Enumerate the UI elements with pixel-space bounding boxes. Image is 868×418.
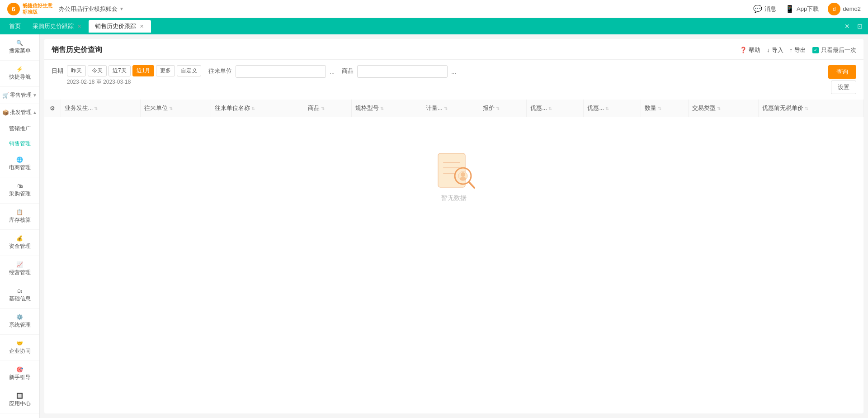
- app-download-action[interactable]: 📱 App下载: [785, 5, 819, 13]
- sidebar-item-search[interactable]: 🔍 搜索菜单: [0, 34, 39, 61]
- settings-button[interactable]: 设置: [831, 81, 856, 94]
- table-header-row: ⚙ 业务发生... ⇅ 往来单位: [44, 100, 863, 117]
- col-goods[interactable]: 商品 ⇅: [304, 100, 352, 117]
- sidebar-item-shortcuts[interactable]: ⚡ 快捷导航: [0, 61, 39, 87]
- col-discount2[interactable]: 优惠... ⇅: [584, 100, 641, 117]
- chevron-up-icon: ▲: [33, 110, 37, 115]
- date-btn-last1m[interactable]: 近1月: [132, 65, 155, 76]
- empty-illustration: [429, 144, 479, 194]
- guide-icon: 🎯: [16, 366, 23, 373]
- sidebar-item-basic-info[interactable]: 🗂 基础信息: [0, 282, 39, 309]
- col-gear[interactable]: ⚙: [44, 100, 61, 117]
- logo-area: 6 畅捷信好生意 标准版: [7, 3, 52, 15]
- sidebar-item-wechat[interactable]: 💬 企业微信: [0, 413, 39, 418]
- sidebar-item-inventory[interactable]: 📋 库存核算: [0, 204, 39, 230]
- app-selector[interactable]: 办公用品行业模拟账套 ▼: [56, 4, 127, 14]
- sort-icon: ⇅: [444, 106, 448, 111]
- message-action[interactable]: 💬 消息: [753, 5, 776, 13]
- col-unit[interactable]: 计量... ⇅: [422, 100, 479, 117]
- partner-input-group: ...: [236, 65, 335, 78]
- svg-line-6: [469, 182, 474, 188]
- tab-home[interactable]: 首页: [4, 20, 26, 33]
- help-icon: ❓: [740, 47, 747, 53]
- date-filter-content: 昨天 今天 近7天 近1月 更多 自定义 2023-02-18 至 2023-0…: [67, 65, 201, 86]
- retail-icon: 🛒: [2, 92, 9, 99]
- export-button[interactable]: ↑ 导出: [790, 46, 807, 54]
- purchase-icon: 🛍: [17, 183, 23, 189]
- data-table: ⚙ 业务发生... ⇅ 往来单位: [44, 100, 863, 117]
- col-partner-name[interactable]: 往来单位名称 ⇅: [211, 100, 304, 117]
- sidebar-item-ecommerce[interactable]: 🌐 电商管理: [0, 151, 39, 177]
- close-window-icon[interactable]: ✕: [843, 22, 852, 31]
- chevron-down-icon: ▼: [33, 93, 37, 98]
- sidebar-item-finance[interactable]: 💰 资金管理: [0, 230, 39, 256]
- tab-purchase-history[interactable]: 采购历史价跟踪 ✕: [26, 20, 89, 33]
- tab-close-sales[interactable]: ✕: [139, 23, 145, 30]
- header-right: 💬 消息 📱 App下载 d demo2: [753, 3, 861, 15]
- checkbox-checked-icon: ✓: [812, 47, 819, 53]
- sidebar-item-app-center[interactable]: 🔲 应用中心: [0, 387, 39, 413]
- col-spec[interactable]: 规格型号 ⇅: [352, 100, 422, 117]
- svg-point-7: [461, 172, 465, 177]
- tab-sales-history[interactable]: 销售历史价跟踪 ✕: [89, 20, 151, 33]
- message-label: 消息: [764, 5, 776, 13]
- sidebar-item-purchase[interactable]: 🛍 采购管理: [0, 177, 39, 204]
- header-left: 6 畅捷信好生意 标准版 办公用品行业模拟账套 ▼: [7, 3, 127, 15]
- user-area[interactable]: d demo2: [828, 3, 861, 15]
- col-quote[interactable]: 报价 ⇅: [479, 100, 527, 117]
- empty-state: 暂无数据: [44, 117, 863, 229]
- date-btn-custom[interactable]: 自定义: [177, 65, 201, 76]
- date-range-text: 2023-02-18 至 2023-03-18: [67, 78, 201, 86]
- sidebar-item-system[interactable]: ⚙️ 系统管理: [0, 309, 39, 335]
- sidebar-item-marketing[interactable]: 营销推广: [0, 121, 39, 136]
- partner-label: 往来单位: [208, 65, 232, 75]
- col-trade-type[interactable]: 交易类型 ⇅: [688, 100, 759, 117]
- page-card: 销售历史价查询 ❓ 帮助 ↓ 导入 ↑ 导出 ✓: [44, 39, 863, 413]
- date-btn-last7[interactable]: 近7天: [108, 65, 131, 76]
- shortcuts-icon: ⚡: [16, 66, 23, 72]
- basic-info-icon: 🗂: [17, 288, 23, 294]
- sidebar-item-sales-mgmt[interactable]: 销售管理: [0, 136, 39, 151]
- only-last-checkbox-area[interactable]: ✓ 只看最后一次: [812, 46, 856, 54]
- sidebar-item-enterprise[interactable]: 🤝 企业协同: [0, 335, 39, 361]
- logo-icon: 6: [7, 3, 20, 15]
- operations-icon: 📈: [16, 261, 23, 268]
- partner-filter-group: 往来单位 ...: [208, 65, 335, 78]
- date-filter-group: 日期 昨天 今天 近7天 近1月 更多 自定义 2023-02-18 至 202…: [52, 65, 201, 86]
- partner-input[interactable]: [236, 65, 326, 78]
- date-buttons: 昨天 今天 近7天 近1月 更多 自定义: [67, 65, 201, 76]
- phone-icon: 📱: [785, 5, 794, 13]
- sort-icon: ⇅: [548, 106, 552, 111]
- message-icon: 💬: [753, 5, 762, 13]
- sidebar-item-guide[interactable]: 🎯 新手引导: [0, 361, 39, 387]
- col-partner-code[interactable]: 往来单位 ⇅: [141, 100, 211, 117]
- col-quantity[interactable]: 数量 ⇅: [641, 100, 688, 117]
- goods-dots[interactable]: ...: [451, 68, 456, 75]
- col-discount1[interactable]: 优惠... ⇅: [527, 100, 584, 117]
- import-button[interactable]: ↓ 导入: [767, 46, 783, 54]
- chevron-down-icon: ▼: [119, 6, 124, 11]
- help-button[interactable]: ❓ 帮助: [740, 46, 760, 54]
- sort-icon: ⇅: [251, 106, 255, 111]
- tab-close-purchase[interactable]: ✕: [76, 23, 82, 30]
- sidebar-item-operations[interactable]: 📈 经营管理: [0, 256, 39, 282]
- col-pre-tax-price[interactable]: 优惠前无税单价 ⇅: [759, 100, 863, 117]
- svg-point-8: [460, 177, 466, 180]
- maximize-icon[interactable]: ⊡: [855, 22, 864, 31]
- goods-input[interactable]: [357, 65, 448, 78]
- sidebar-item-retail[interactable]: 🛒 零售管理 ▼: [0, 87, 39, 104]
- page-title: 销售历史价查询: [52, 45, 102, 55]
- date-btn-yesterday[interactable]: 昨天: [67, 65, 86, 76]
- enterprise-icon: 🤝: [16, 340, 23, 347]
- date-btn-today[interactable]: 今天: [88, 65, 107, 76]
- date-btn-more[interactable]: 更多: [156, 65, 175, 76]
- col-biz-date[interactable]: 业务发生... ⇅: [61, 100, 141, 117]
- tab-bar: 首页 采购历史价跟踪 ✕ 销售历史价跟踪 ✕ ✕ ⊡: [0, 18, 868, 34]
- query-button[interactable]: 查询: [828, 65, 856, 79]
- sort-icon: ⇅: [321, 106, 325, 111]
- page-header: 销售历史价查询 ❓ 帮助 ↓ 导入 ↑ 导出 ✓: [44, 39, 863, 60]
- sort-icon: ⇅: [805, 106, 808, 111]
- goods-filter-group: 商品 ...: [342, 65, 456, 78]
- sidebar-item-wholesale[interactable]: 📦 批发管理 ▲: [0, 104, 39, 121]
- partner-dots[interactable]: ...: [330, 68, 335, 75]
